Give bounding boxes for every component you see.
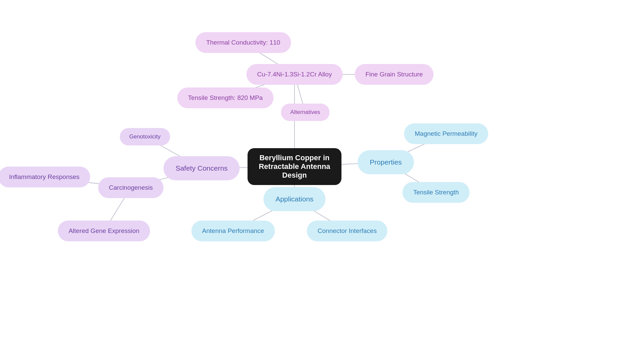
- node-center[interactable]: Beryllium Copper in Retractable Antenna …: [248, 148, 341, 185]
- node-inflammatoryResponses[interactable]: Inflammatory Responses: [0, 167, 90, 187]
- node-applications[interactable]: Applications: [263, 187, 325, 211]
- node-genotoxicity[interactable]: Genotoxicity: [120, 128, 170, 145]
- node-cuAlloy[interactable]: Cu-7.4Ni-1.3Si-1.2Cr Alloy: [247, 64, 343, 85]
- node-alternatives[interactable]: Alternatives: [281, 104, 330, 121]
- node-carcinogenesis[interactable]: Carcinogenesis: [98, 177, 164, 198]
- node-thermalConductivity[interactable]: Thermal Conductivity: 110: [196, 32, 291, 53]
- node-magneticPermeability[interactable]: Magnetic Permeability: [404, 123, 488, 144]
- node-properties[interactable]: Properties: [358, 150, 414, 174]
- node-connectorInterfaces[interactable]: Connector Interfaces: [307, 221, 387, 241]
- node-tensileStrength[interactable]: Tensile Strength: [402, 182, 470, 203]
- node-safetyConcerns[interactable]: Safety Concerns: [163, 156, 239, 180]
- node-alteredGeneExpression[interactable]: Altered Gene Expression: [58, 221, 150, 241]
- node-fineGrain[interactable]: Fine Grain Structure: [355, 64, 433, 85]
- node-antennaPerformance[interactable]: Antenna Performance: [192, 221, 275, 241]
- mindmap-container: Beryllium Copper in Retractable Antenna …: [0, 0, 644, 363]
- node-tensileStrength820[interactable]: Tensile Strength: 820 MPa: [177, 87, 274, 108]
